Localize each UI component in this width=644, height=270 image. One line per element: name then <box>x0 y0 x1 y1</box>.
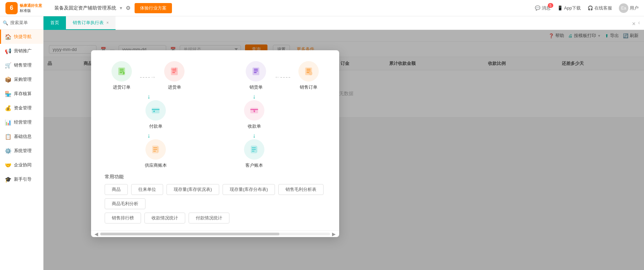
tab-home[interactable]: 首页 <box>43 16 66 30</box>
flow-node-supplier-ledger[interactable]: 供应商账本 <box>139 139 173 168</box>
sidebar-item-label: 新手引导 <box>14 176 32 182</box>
payment-label: 付款单 <box>149 123 162 129</box>
finance-icon: 💰 <box>5 105 11 111</box>
modal-scrollbar[interactable]: ◀ ▶ <box>91 230 339 237</box>
online-service-btn[interactable]: 🎧 在线客服 <box>588 5 612 11</box>
scrollbar-thumb <box>100 233 279 235</box>
logo-icon: 6 <box>5 2 18 14</box>
common-btn-payment-stats[interactable]: 付款情况统计 <box>189 213 229 223</box>
sales-icon: 🛒 <box>5 62 11 68</box>
scroll-right-icon[interactable]: ▶ <box>332 231 336 237</box>
sidebar-item-enterprise[interactable]: 🤝 企业协同 <box>0 158 43 172</box>
purchase-order-label: 进货订单 <box>113 84 130 90</box>
flow-node-receipt[interactable]: ¥ 收款单 <box>237 100 271 129</box>
sidebar-item-quick-nav[interactable]: 🏠 快捷导航 <box>0 30 43 44</box>
scroll-left-icon[interactable]: ◀ <box>94 231 98 237</box>
sidebar-item-newbie[interactable]: 🎓 新手引导 <box>0 172 43 186</box>
sidebar-item-system[interactable]: ⚙️ 系统管理 <box>0 144 43 158</box>
tab-close-icon[interactable]: × <box>106 20 109 25</box>
common-btn-receipt-stats[interactable]: 收款情况统计 <box>144 213 185 223</box>
arrow-h-1: → <box>139 74 157 81</box>
sidebar-item-finance[interactable]: 💰 资金管理 <box>0 101 43 115</box>
flow-node-purchase-order[interactable]: 进货订单 <box>105 61 139 90</box>
inventory-icon: 🏪 <box>5 91 11 97</box>
common-btn-goods-profit[interactable]: 商品毛利分析 <box>105 198 145 209</box>
sidebar-item-label: 经营管理 <box>14 119 32 125</box>
payment-icon: ¥ <box>145 100 166 121</box>
message-btn[interactable]: 💬 消息 5 <box>535 5 551 11</box>
common-btns-row1: 商品 往来单位 现存量(库存状况表) 现存量(库存分布表) 销售毛利分析表 商品… <box>105 184 326 209</box>
tab-sales-order-exec-label: 销售订单执行表 <box>73 20 104 26</box>
sidebar-item-label: 库存核算 <box>14 91 32 97</box>
sidebar-item-purchase[interactable]: 📦 采购管理 <box>0 72 43 87</box>
tab-home-label: 首页 <box>50 20 59 26</box>
sidebar-item-inventory[interactable]: 🏪 库存核算 <box>0 87 43 101</box>
sidebar: 🔍 搜索菜单 🏠 快捷导航 📢 营销推广 🛒 销售管理 📦 采购管理 <box>0 16 43 270</box>
flow-node-customer-ledger[interactable]: 客户账本 <box>237 139 271 168</box>
common-btns-row2: 销售排行榜 收款情况统计 付款情况统计 <box>105 213 326 223</box>
sidebar-item-operations[interactable]: 📊 经营管理 <box>0 115 43 129</box>
logo-line1: 畅康通好生意 <box>20 3 42 8</box>
purchase-icon: 📦 <box>5 76 11 83</box>
user-menu-btn[interactable]: Ea 用户 <box>619 3 639 13</box>
settings-icon[interactable]: ⚙ <box>126 5 130 11</box>
common-btn-goods[interactable]: 商品 <box>105 184 128 195</box>
svg-rect-13 <box>256 146 258 152</box>
purchase-bill-icon <box>164 61 185 82</box>
system-dropdown-icon[interactable]: ▼ <box>119 6 123 11</box>
sidebar-item-label: 快捷导航 <box>14 34 32 40</box>
common-btn-sales-profit[interactable]: 销售毛利分析表 <box>278 184 324 195</box>
tab-sales-order-exec[interactable]: 销售订单执行表 × <box>66 16 116 30</box>
sidebar-item-basic-info[interactable]: 📋 基础信息 <box>0 129 43 144</box>
flow-node-payment[interactable]: ¥ 付款单 <box>139 100 173 129</box>
logo-line2: 标准版 <box>20 8 42 13</box>
download-icon: 📱 <box>557 5 563 11</box>
quick-nav-icon: 🏠 <box>5 34 11 40</box>
common-btn-stock-dist[interactable]: 现存量(库存分布表) <box>223 184 275 195</box>
search-label: 搜索菜单 <box>10 20 28 26</box>
sidebar-search[interactable]: 🔍 搜索菜单 <box>0 16 43 30</box>
logo-area: 6 畅康通好生意 标准版 <box>5 2 49 14</box>
common-btn-stock-status[interactable]: 现存量(库存状况表) <box>167 184 219 195</box>
sidebar-item-marketing[interactable]: 📢 营销推广 <box>0 44 43 58</box>
sidebar-item-sales[interactable]: 🛒 销售管理 <box>0 58 43 72</box>
flow-node-purchase-bill[interactable]: 进货单 <box>157 61 191 90</box>
purchase-order-icon <box>111 61 132 82</box>
page-content: ❓ 帮助 🖨 按模板打印 ▼ ⬆ 导出 🔄 刷新 <box>43 30 644 270</box>
common-btn-counterpart[interactable]: 往来单位 <box>131 184 163 195</box>
sales-bill-label: 销货单 <box>249 84 263 90</box>
sidebar-item-label: 基础信息 <box>14 133 32 140</box>
flow-node-sales-bill[interactable]: 销货单 <box>239 61 273 90</box>
system-icon: ⚙️ <box>5 148 11 154</box>
sales-bill-icon <box>246 61 266 82</box>
app-download-btn[interactable]: 📱 App下载 <box>557 5 581 11</box>
basic-info-icon: 📋 <box>5 133 11 140</box>
common-btn-sales-ranking[interactable]: 销售排行榜 <box>105 213 141 223</box>
common-functions-section: 常用功能 商品 往来单位 现存量(库存状况表) 现存量(库存分布表) 销售毛利分… <box>105 174 326 223</box>
sales-order-label: 销售订单 <box>300 84 317 90</box>
tabs-bar: 首页 销售订单执行表 × × <box>43 16 644 30</box>
supplier-ledger-icon <box>145 139 166 160</box>
quick-guide-modal: 进货订单 → <box>91 50 339 237</box>
flow-node-sales-order[interactable]: 销售订单 <box>292 61 326 90</box>
message-icon: 💬 <box>535 5 540 11</box>
avatar: Ea <box>619 3 628 13</box>
sidebar-item-label: 企业协同 <box>14 162 32 168</box>
headset-icon: 🎧 <box>588 5 593 11</box>
receipt-icon: ¥ <box>244 100 264 121</box>
message-badge: 5 <box>548 3 553 8</box>
sidebar-item-label: 营销推广 <box>14 48 32 54</box>
svg-rect-11 <box>157 146 159 152</box>
svg-rect-5 <box>152 108 160 113</box>
sidebar-item-label: 销售管理 <box>14 62 32 68</box>
svg-point-4 <box>309 72 312 75</box>
receipt-label: 收款单 <box>248 123 261 129</box>
trial-button[interactable]: 体验行业方案 <box>135 3 172 13</box>
search-icon: 🔍 <box>3 20 8 25</box>
customer-ledger-label: 客户账本 <box>245 162 263 168</box>
common-functions-title: 常用功能 <box>105 174 326 180</box>
svg-text:¥: ¥ <box>253 109 256 113</box>
enterprise-icon: 🤝 <box>5 162 11 168</box>
newbie-icon: 🎓 <box>5 176 11 182</box>
scrollbar-track[interactable] <box>100 233 330 235</box>
